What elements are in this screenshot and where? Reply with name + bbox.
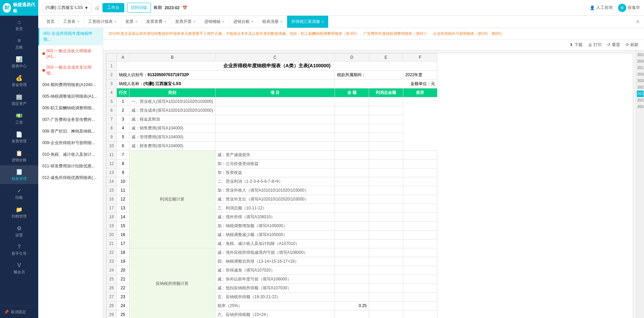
cell-quane-8[interactable]	[215, 124, 335, 133]
cell-num-23[interactable]: 19	[117, 257, 129, 266]
cell-xiangmu-8[interactable]: 减：销售费用(填写A104000)	[129, 124, 215, 133]
nav-tab-发票开票[interactable]: 发票开票✕	[171, 16, 200, 28]
cell-num-6[interactable]: 2	[117, 106, 129, 115]
left-panel-item-009[interactable]: 009-企业所得税补亏损明细...	[38, 137, 103, 149]
cell-quane-23[interactable]	[335, 257, 369, 266]
cell-xiangmu-14[interactable]: 二、营业利润（1-2-3-4-5-6-7-8+9）	[215, 177, 335, 186]
cell-quane-21[interactable]	[335, 239, 369, 248]
cell-quane-16[interactable]	[335, 195, 369, 204]
sheet-scroll-area[interactable]: A B C D E F 1企业所得税年度纳税申报表（A类）主表(A100000)…	[103, 50, 636, 318]
cell-lirun-5[interactable]	[335, 97, 369, 106]
sidebar-item-payroll[interactable]: 💵工资	[0, 109, 38, 128]
cell-lirun-13[interactable]	[369, 168, 403, 177]
nav-tab-工资表[interactable]: 工资表✕	[59, 16, 84, 28]
cell-quane-9[interactable]	[215, 133, 335, 141]
cell-chay-26[interactable]	[403, 284, 437, 292]
cell-lirun-7[interactable]	[335, 115, 369, 124]
cell-num-25[interactable]: 21	[117, 275, 129, 284]
cell-quane-10[interactable]	[215, 141, 335, 150]
left-panel-item-012[interactable]: 012-减免所得税优惠明细表(...	[38, 172, 103, 184]
cell-num-22[interactable]: 18	[117, 248, 129, 257]
left-panel-item-005[interactable]: 005-纳税调整项目明细表(A1...	[38, 91, 103, 102]
left-panel-item-010[interactable]: 010-免税、减计收入及加计...	[38, 149, 103, 161]
cell-chay-19[interactable]	[403, 221, 437, 230]
cell-num-18[interactable]: 14	[117, 212, 129, 221]
sidebar-item-tax-mgmt[interactable]: 🧾税务管理	[0, 165, 38, 184]
cell-lirun-28[interactable]	[369, 301, 403, 310]
cell-num-27[interactable]: 23	[117, 292, 129, 301]
cell-chay-5[interactable]	[369, 97, 403, 106]
cancel-fixed-btn[interactable]: 📌 取消固定	[0, 306, 38, 318]
cell-num-8[interactable]: 4	[117, 124, 129, 133]
cell-lirun-11[interactable]	[369, 150, 403, 159]
cell-num-28[interactable]: 24	[117, 301, 129, 310]
cell-xiangmu-16[interactable]: 减：营业外支出（填写A102010\102020\103000）	[215, 195, 335, 204]
nav-tab-所得税汇算清缴[interactable]: 所得税汇算清缴✕	[287, 16, 328, 28]
cell-lirun-10[interactable]	[335, 141, 369, 150]
cell-num-19[interactable]: 15	[117, 221, 129, 230]
cell-num-20[interactable]: 16	[117, 230, 129, 239]
cell-xiangmu-12[interactable]: 加：公允价值变动收益	[215, 159, 335, 168]
year-nav-2024[interactable]: 2024	[637, 103, 644, 110]
cell-num-29[interactable]: 25	[117, 310, 129, 318]
cell-quane-15[interactable]	[335, 186, 369, 195]
year-nav-2020[interactable]: 2020	[637, 78, 644, 84]
cell-num-14[interactable]: 10	[117, 177, 129, 186]
left-panel-item-011[interactable]: 011-研发费用加计扣除优惠...	[38, 161, 103, 172]
cell-lirun-23[interactable]	[369, 257, 403, 266]
year-nav-2023[interactable]: 2023	[637, 97, 644, 103]
cell-quane-17[interactable]	[335, 204, 369, 212]
cell-quane-24[interactable]	[335, 266, 369, 275]
cell-quane-14[interactable]	[335, 177, 369, 186]
left-panel-item-006[interactable]: 006-职工薪酬纳税调整明细...	[38, 102, 103, 114]
nav-tab-首页[interactable]: 首页	[42, 16, 59, 28]
year-nav-2018[interactable]: 2018	[637, 71, 644, 78]
cell-quane-12[interactable]	[335, 159, 369, 168]
left-panel-item-008[interactable]: 008-资产折旧、摊销及纳税...	[38, 126, 103, 137]
cell-chay-25[interactable]	[403, 275, 437, 284]
cell-xiangmu-10[interactable]: 减：财务费用(填写A104000)	[129, 141, 215, 150]
refresh-button[interactable]: ⟳ 刷新	[626, 42, 639, 48]
cell-xiangmu-19[interactable]: 加：纳税调整增加额（填写A105000）	[215, 221, 335, 230]
left-panel-item-002[interactable]: 002-一般企业收入明细表(A1...	[38, 45, 103, 62]
cell-chay-22[interactable]	[403, 248, 437, 257]
tab-close-icon[interactable]: ✕	[321, 20, 324, 24]
sidebar-item-home[interactable]: ⌂首页	[0, 16, 38, 34]
nav-tab-工资统计报表[interactable]: 工资统计报表✕	[84, 16, 121, 28]
cell-quane-28[interactable]: 0.25	[335, 301, 369, 310]
cell-chay-21[interactable]	[403, 239, 437, 248]
cell-chay-16[interactable]	[403, 195, 437, 204]
cell-chay-18[interactable]	[403, 212, 437, 221]
cell-quane-5[interactable]	[215, 97, 335, 106]
left-panel-item-004[interactable]: 004-期间费用明细表(A1040...	[38, 79, 103, 91]
cell-num-16[interactable]: 12	[117, 195, 129, 204]
sidebar-item-settlement[interactable]: ✓结账	[0, 184, 38, 203]
sidebar-item-fund-mgmt[interactable]: 💰资金管理	[0, 71, 38, 90]
year-nav-2022[interactable]: 2022	[637, 91, 644, 97]
cell-lirun-29[interactable]	[369, 310, 403, 318]
cell-quane-7[interactable]	[215, 115, 335, 124]
cell-chay-28[interactable]	[403, 301, 437, 310]
cell-num-21[interactable]: 17	[117, 239, 129, 248]
reset-button[interactable]: ↺ 重置	[607, 42, 620, 48]
cell-lirun-16[interactable]	[369, 195, 403, 204]
cell-chay-24[interactable]	[403, 266, 437, 275]
cell-xiangmu-21[interactable]: 减：免税、减计收入及加计扣除（A107010）	[215, 239, 335, 248]
cell-lirun-17[interactable]	[369, 204, 403, 212]
cell-quane-20[interactable]	[335, 230, 369, 239]
cell-xiangmu-22[interactable]: 减：境外应税所得抵减境内亏损（填写A108000）	[215, 248, 335, 257]
cell-quane-6[interactable]	[215, 106, 335, 115]
left-panel-item-007[interactable]: 007-广告费和业务宣传费跨...	[38, 114, 103, 126]
cell-num-26[interactable]: 22	[117, 284, 129, 292]
cell-chay-9[interactable]	[369, 133, 403, 141]
sidebar-item-new-guide[interactable]: ?新手引导	[0, 240, 38, 259]
switch-version-button[interactable]: 切到旧版	[127, 3, 151, 13]
cell-num-24[interactable]: 20	[117, 266, 129, 275]
sidebar-item-report-center[interactable]: 📊报表中心	[0, 53, 38, 71]
cell-xiangmu-26[interactable]: 减：抵扣应纳税所得额（填写A107030）	[215, 284, 335, 292]
cell-lirun-21[interactable]	[369, 239, 403, 248]
service-btn[interactable]: 👤 人工咨询	[590, 5, 613, 11]
nav-tab-发票算费[interactable]: 发票算费✕	[142, 16, 171, 28]
tab-close-icon[interactable]: ✕	[193, 20, 196, 24]
year-nav-2016[interactable]: 2016	[637, 58, 644, 65]
